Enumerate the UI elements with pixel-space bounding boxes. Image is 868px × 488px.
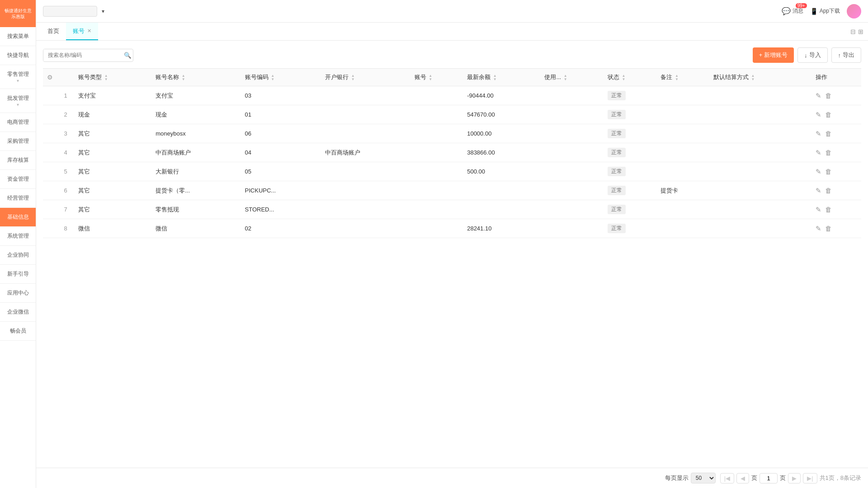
- edit-button[interactable]: ✎: [816, 149, 821, 157]
- toolbar-right: + 新增账号 ↓ 导入 ↑ 导出: [753, 47, 861, 63]
- sidebar-item-finance[interactable]: 资金管理: [0, 170, 36, 189]
- status-badge: 正常: [608, 110, 626, 119]
- accounts-table: ⚙ 账号类型 ▲▼ 账号名称 ▲▼ 账号编码 ▲▼: [43, 68, 861, 238]
- sidebar-item-search[interactable]: 搜索菜单: [0, 27, 36, 46]
- add-account-label: + 新增账号: [759, 51, 788, 59]
- delete-button[interactable]: 🗑: [825, 130, 832, 137]
- sidebar-item-appstore[interactable]: 应用中心: [0, 284, 36, 303]
- col-use[interactable]: 使用... ▲▼: [541, 69, 604, 86]
- delete-button[interactable]: 🗑: [825, 225, 832, 232]
- col-bank[interactable]: 开户银行 ▲▼: [321, 69, 410, 86]
- delete-button[interactable]: 🗑: [825, 206, 832, 213]
- sidebar-item-basic-info[interactable]: 基础信息: [0, 208, 36, 227]
- message-button[interactable]: 💬 消息 99+: [782, 7, 803, 15]
- sort-account-icon: ▲▼: [429, 74, 432, 81]
- pagesize-select[interactable]: 50 100: [691, 473, 716, 483]
- col-balance[interactable]: 最新余额 ▲▼: [463, 69, 541, 86]
- sidebar-item-label: 快捷导航: [2, 52, 33, 59]
- table-row: 4 其它 中百商场账户 04 中百商场账户 383866.00 正常 ✎ 🗑: [43, 143, 861, 162]
- user-avatar[interactable]: [847, 4, 861, 19]
- delete-button[interactable]: 🗑: [825, 111, 832, 118]
- toolbar: 🔍 + 新增账号 ↓ 导入 ↑ 导出: [43, 47, 861, 63]
- add-account-button[interactable]: + 新增账号: [753, 47, 794, 63]
- sidebar-item-guide[interactable]: 新手引导: [0, 265, 36, 284]
- row-status: 正常: [604, 143, 657, 162]
- row-balance: 500.00: [463, 162, 541, 181]
- edit-button[interactable]: ✎: [816, 168, 821, 176]
- sort-use-icon: ▲▼: [564, 74, 567, 81]
- sidebar-item-quicknav[interactable]: 快捷导航: [0, 46, 36, 65]
- tab-minimize-button[interactable]: ⊟: [850, 28, 856, 35]
- row-name: 提货卡（零...: [152, 181, 241, 200]
- row-code: 04: [241, 143, 322, 162]
- sidebar-item-label: 电商管理: [2, 118, 33, 126]
- header-search-input[interactable]: [43, 6, 97, 17]
- sidebar-item-system[interactable]: 系统管理: [0, 227, 36, 246]
- row-actions: ✎ 🗑: [812, 105, 861, 124]
- tab-close-icon[interactable]: ✕: [87, 28, 91, 34]
- tab-account[interactable]: 账号 ✕: [66, 23, 98, 40]
- tab-account-label: 账号: [73, 27, 85, 35]
- edit-button[interactable]: ✎: [816, 130, 821, 138]
- page-number-input[interactable]: [760, 473, 778, 483]
- sidebar-item-ecommerce[interactable]: 电商管理: [0, 113, 36, 132]
- sidebar-item-operations[interactable]: 经营管理: [0, 189, 36, 208]
- last-page-button[interactable]: ▶|: [803, 473, 817, 483]
- delete-button[interactable]: 🗑: [825, 149, 832, 156]
- sidebar-item-label: 企业微信: [2, 308, 33, 316]
- first-page-button[interactable]: |◀: [720, 473, 734, 483]
- sidebar-item-retail[interactable]: 零售管理 ▾: [0, 65, 36, 89]
- row-index: 7: [57, 200, 75, 219]
- row-name: moneybosx: [152, 124, 241, 143]
- export-button[interactable]: ↑ 导出: [831, 47, 862, 63]
- row-balance: 10000.00: [463, 124, 541, 143]
- edit-button[interactable]: ✎: [816, 225, 821, 233]
- search-input[interactable]: [43, 49, 120, 61]
- col-type[interactable]: 账号类型 ▲▼: [75, 69, 152, 86]
- row-balance: -90444.00: [463, 86, 541, 105]
- sidebar-item-wholesale[interactable]: 批发管理 ▾: [0, 89, 36, 113]
- table-row: 5 其它 大新银行 05 500.00 正常 ✎ 🗑: [43, 162, 861, 181]
- tab-home[interactable]: 首页: [41, 23, 66, 40]
- edit-button[interactable]: ✎: [816, 187, 821, 195]
- status-badge: 正常: [608, 129, 626, 138]
- row-balance: 28241.10: [463, 219, 541, 238]
- delete-button[interactable]: 🗑: [825, 92, 832, 99]
- edit-button[interactable]: ✎: [816, 206, 821, 214]
- col-remark[interactable]: 备注 ▲▼: [657, 69, 710, 86]
- delete-button[interactable]: 🗑: [825, 187, 832, 194]
- import-button[interactable]: ↓ 导入: [797, 47, 828, 63]
- row-code: 01: [241, 105, 322, 124]
- next-page-button[interactable]: ▶: [788, 473, 801, 483]
- col-name[interactable]: 账号名称 ▲▼: [152, 69, 241, 86]
- row-settlement: [710, 181, 812, 200]
- sidebar-item-purchase[interactable]: 采购管理: [0, 132, 36, 151]
- sidebar-item-wechat-work[interactable]: 企业微信: [0, 303, 36, 322]
- edit-button[interactable]: ✎: [816, 111, 821, 119]
- col-actions: 操作: [812, 69, 861, 86]
- col-code[interactable]: 账号编码 ▲▼: [241, 69, 322, 86]
- row-index: 6: [57, 181, 75, 200]
- row-settlement: [710, 143, 812, 162]
- app-download-button[interactable]: 📱 App下载: [810, 7, 840, 15]
- row-settings: [43, 124, 57, 143]
- col-balance-label: 最新余额: [467, 74, 491, 80]
- edit-button[interactable]: ✎: [816, 92, 821, 100]
- col-account[interactable]: 账号 ▲▼: [411, 69, 464, 86]
- export-label: 导出: [843, 51, 854, 59]
- header-dropdown[interactable]: ▾: [102, 8, 104, 14]
- dropdown-arrow-icon: ▾: [102, 8, 104, 14]
- col-default-settlement[interactable]: 默认结算方式 ▲▼: [710, 69, 812, 86]
- action-buttons: ✎ 🗑: [816, 130, 858, 138]
- delete-button[interactable]: 🗑: [825, 168, 832, 175]
- action-buttons: ✎ 🗑: [816, 225, 858, 233]
- col-status[interactable]: 状态 ▲▼: [604, 69, 657, 86]
- sidebar-item-inventory[interactable]: 库存核算: [0, 151, 36, 170]
- search-button[interactable]: 🔍: [120, 49, 133, 61]
- prev-page-button[interactable]: ◀: [736, 473, 749, 483]
- sidebar-item-enterprise[interactable]: 企业协同: [0, 246, 36, 265]
- row-account: [411, 143, 464, 162]
- sidebar-item-members[interactable]: 畅会员: [0, 322, 36, 341]
- tab-maximize-button[interactable]: ⊞: [858, 28, 863, 35]
- settings-icon[interactable]: ⚙: [47, 74, 53, 81]
